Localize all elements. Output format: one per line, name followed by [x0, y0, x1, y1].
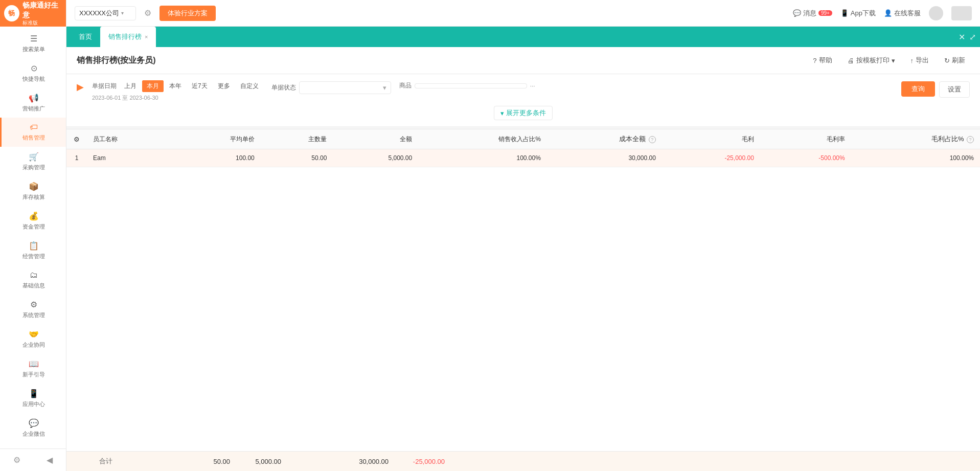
wechat-icon: 💬 [29, 418, 39, 428]
sidebar-item-collab[interactable]: 🤝 企业协同 [0, 324, 66, 354]
tab-close-icon[interactable]: × [145, 34, 148, 40]
guide-icon: 📖 [29, 359, 39, 369]
tab-sales-ranking[interactable]: 销售排行榜 × [100, 27, 156, 47]
sidebar-item-appstore[interactable]: 📱 应用中心 [0, 384, 66, 413]
user-name-placeholder [951, 6, 972, 20]
col-cost-header: 成本全额 ? [547, 129, 662, 149]
header-right: 💬 消息 99+ 📱 App下载 👤 在线客服 [793, 6, 972, 20]
tab-close-window-btn[interactable]: ✕ [959, 32, 965, 42]
col-sales-pct-header: 销售收入占比% [418, 129, 547, 149]
sidebar-item-operations[interactable]: 📋 经营管理 [0, 236, 66, 265]
sales-icon: 🏷 [30, 123, 38, 132]
table-row: 1Eam100.0050.005,000.00100.00%30,000.00-… [66, 149, 980, 167]
footer-cost: 30,000.00 [338, 458, 395, 465]
expand-more-row: ▾ 展开更多条件 [77, 106, 970, 120]
sidebar-item-member[interactable]: V 畅会员 [0, 443, 66, 448]
sidebar-item-inventory[interactable]: 📦 库存核算 [0, 176, 66, 206]
table-settings-icon[interactable]: ⚙ [74, 136, 80, 143]
sidebar: 畅 畅康通好生意 标准版 ☰ 搜索菜单 ⊙ 快捷导航 📢 营销推广 🏷 销售管理… [0, 0, 66, 471]
date-tabs: 上月 本月 本年 近7天 更多 自定义 [120, 80, 263, 92]
date-tab-last-7days[interactable]: 近7天 [187, 80, 212, 92]
sidebar-item-sales[interactable]: 🏷 销售管理 [0, 118, 66, 147]
header-settings-icon[interactable]: ⚙ [144, 8, 151, 18]
shortcut-icon: ⊙ [31, 63, 37, 73]
table-container[interactable]: ⚙ 员工名称 平均单价 主数量 全额 销售收入占比% 成本全额 ? 毛利 [66, 129, 980, 451]
settings-button[interactable]: 设置 [939, 81, 970, 98]
tab-maximize-btn[interactable]: ⤢ [969, 32, 976, 42]
help-btn[interactable]: ? 帮助 [808, 53, 836, 68]
sidebar-logo: 畅 畅康通好生意 标准版 [0, 0, 66, 27]
company-selector[interactable]: XXXXXX公司 ▾ [75, 6, 136, 20]
user-avatar[interactable] [929, 6, 943, 20]
expand-more-btn[interactable]: ▾ 展开更多条件 [494, 106, 553, 120]
filter-expand-arrow[interactable]: ▶ [77, 81, 84, 93]
date-tab-last-month[interactable]: 上月 [120, 80, 141, 92]
footer-qty: 50.00 [195, 458, 236, 465]
col-profit-header: 毛利 [662, 129, 760, 149]
template-print-btn[interactable]: 🖨 按模板打印 ▾ [843, 53, 900, 68]
more-filter-btn[interactable]: ··· [530, 82, 535, 89]
date-tab-this-month[interactable]: 本月 [142, 80, 164, 92]
trial-button[interactable]: 体验行业方案 [159, 6, 216, 21]
system-icon: ⚙ [30, 300, 37, 309]
sidebar-item-shortcut[interactable]: ⊙ 快捷导航 [0, 58, 66, 88]
content-area: 销售排行榜(按业务员) ? 帮助 🖨 按模板打印 ▾ ↑ 导出 [66, 47, 980, 471]
status-dropdown-arrow: ▾ [383, 84, 386, 92]
col-settings[interactable]: ⚙ [66, 129, 87, 149]
status-filter-group: 单据状态 ▾ [271, 81, 391, 94]
logo-icon: 畅 [4, 5, 19, 21]
app-download-btn[interactable]: 📱 App下载 [840, 9, 876, 18]
page-title-row: 销售排行榜(按业务员) ? 帮助 🖨 按模板打印 ▾ ↑ 导出 [77, 53, 970, 68]
col-name-header: 员工名称 [87, 129, 174, 149]
status-select[interactable]: ▾ [299, 81, 391, 94]
sidebar-item-basic[interactable]: 🗂 基础信息 [0, 265, 66, 295]
marketing-icon: 📢 [29, 93, 39, 103]
tab-home[interactable]: 首页 [71, 27, 100, 47]
tab-bar-right: ✕ ⤢ [959, 32, 976, 42]
date-range-display: 2023-06-01 至 2023-06-30 [92, 94, 263, 102]
sidebar-settings-btn[interactable]: ⚙ [11, 453, 22, 467]
filter-area: ▶ 单据日期 上月 本月 本年 近7天 更多 自定义 [66, 74, 980, 127]
goods-input[interactable] [415, 83, 527, 88]
page-header: 销售排行榜(按业务员) ? 帮助 🖨 按模板打印 ▾ ↑ 导出 [66, 47, 980, 74]
date-tab-more[interactable]: 更多 [213, 80, 235, 92]
goods-filter-group: 商品 ··· [399, 81, 535, 90]
sidebar-item-finance[interactable]: 💰 资金管理 [0, 206, 66, 236]
company-dropdown-arrow: ▾ [121, 10, 124, 16]
footer-amount: 5,000.00 [236, 458, 287, 465]
sidebar-item-purchase[interactable]: 🛒 采购管理 [0, 147, 66, 176]
date-tab-this-year[interactable]: 本年 [165, 80, 186, 92]
profit-pct-info-icon[interactable]: ? [967, 136, 974, 143]
sidebar-item-search[interactable]: ☰ 搜索菜单 [0, 29, 66, 58]
export-btn[interactable]: ↑ 导出 [906, 53, 934, 68]
print-arrow-icon: ▾ [892, 57, 895, 64]
service-icon: 👤 [884, 9, 892, 17]
message-badge: 99+ [818, 10, 832, 16]
sidebar-item-marketing[interactable]: 📢 营销推广 [0, 88, 66, 118]
date-tab-custom[interactable]: 自定义 [236, 80, 263, 92]
footer-label: 合计 [93, 457, 154, 466]
top-header: XXXXXX公司 ▾ ⚙ 体验行业方案 💬 消息 99+ 📱 App下载 👤 在… [66, 0, 980, 27]
col-avg-price-header: 平均单价 [174, 129, 261, 149]
query-button[interactable]: 查询 [901, 81, 935, 97]
page-title: 销售排行榜(按业务员) [77, 55, 156, 66]
finance-icon: 💰 [29, 211, 39, 221]
inventory-icon: 📦 [29, 182, 39, 191]
online-service-btn[interactable]: 👤 在线客服 [884, 9, 921, 18]
sidebar-item-wechat[interactable]: 💬 企业微信 [0, 413, 66, 443]
data-table: ⚙ 员工名称 平均单价 主数量 全额 销售收入占比% 成本全额 ? 毛利 [66, 129, 980, 167]
basic-icon: 🗂 [30, 271, 38, 280]
date-filter-row: 单据日期 上月 本月 本年 近7天 更多 自定义 [92, 80, 263, 92]
refresh-btn[interactable]: ↻ 刷新 [940, 53, 970, 68]
message-icon: 💬 [793, 9, 801, 17]
sidebar-item-system[interactable]: ⚙ 系统管理 [0, 295, 66, 324]
print-icon: 🖨 [848, 57, 854, 64]
download-icon: 📱 [840, 9, 849, 17]
page-actions: ? 帮助 🖨 按模板打印 ▾ ↑ 导出 ↻ 刷新 [808, 53, 970, 68]
search-menu-icon: ☰ [30, 34, 37, 43]
sidebar-item-guide[interactable]: 📖 新手引导 [0, 354, 66, 384]
cost-info-icon[interactable]: ? [649, 136, 656, 143]
message-btn[interactable]: 💬 消息 99+ [793, 9, 832, 18]
sidebar-collapse-btn[interactable]: ◀ [44, 453, 55, 467]
date-filter-group: 单据日期 上月 本月 本年 近7天 更多 自定义 2023-06-01 至 20… [92, 80, 263, 102]
